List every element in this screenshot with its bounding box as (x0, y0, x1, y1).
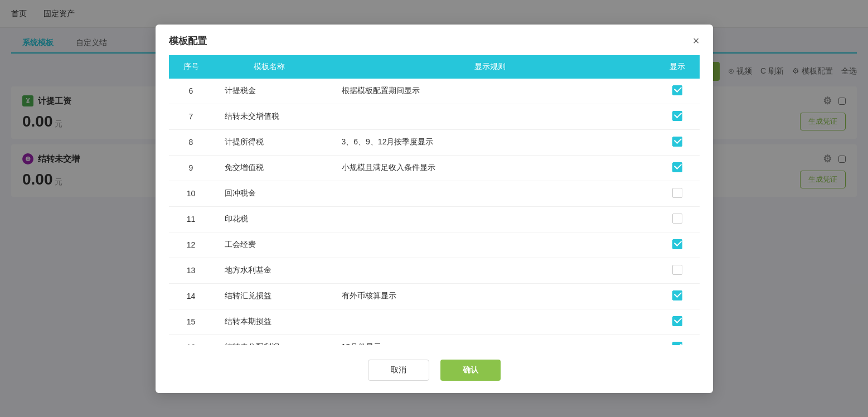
cell-rule: 小规模且满足收入条件显示 (325, 155, 655, 181)
template-table: 序号 模板名称 显示规则 显示 6计提税金根据模板配置期间显示7结转未交增值税8… (169, 55, 700, 345)
row-checkbox[interactable] (672, 188, 682, 198)
cell-checkbox[interactable] (655, 334, 700, 345)
cell-id: 12 (169, 232, 214, 258)
cell-rule (325, 232, 655, 258)
modal-overlay: 模板配置 × 序号 模板名称 显示规则 显示 6计提税金根据模板配置期间显 (0, 0, 868, 417)
cell-rule (325, 181, 655, 206)
cell-id: 13 (169, 258, 214, 283)
cell-name: 结转汇兑损益 (214, 283, 325, 309)
table-header-row: 序号 模板名称 显示规则 显示 (169, 55, 700, 79)
cell-id: 16 (169, 334, 214, 345)
row-checkbox[interactable] (672, 162, 682, 172)
cell-checkbox[interactable] (655, 155, 700, 181)
cell-checkbox[interactable] (655, 232, 700, 258)
cell-rule (325, 206, 655, 232)
cell-rule (325, 309, 655, 334)
cell-checkbox[interactable] (655, 206, 700, 232)
table-scroll-area[interactable]: 序号 模板名称 显示规则 显示 6计提税金根据模板配置期间显示7结转未交增值税8… (169, 55, 700, 345)
cell-name: 地方水利基金 (214, 258, 325, 283)
table-row: 12工会经费 (169, 232, 700, 258)
cell-rule: 有外币核算显示 (325, 283, 655, 309)
cell-name: 结转未分配利润 (214, 334, 325, 345)
col-header-name: 模板名称 (214, 55, 325, 79)
modal-footer: 取消 确认 (156, 351, 713, 393)
table-row: 11印花税 (169, 206, 700, 232)
cell-id: 11 (169, 206, 214, 232)
col-header-id: 序号 (169, 55, 214, 79)
cell-name: 计提税金 (214, 79, 325, 104)
cell-id: 14 (169, 283, 214, 309)
cell-id: 6 (169, 79, 214, 104)
template-config-modal: 模板配置 × 序号 模板名称 显示规则 显示 6计提税金根据模板配置期间显 (156, 25, 713, 393)
modal-header: 模板配置 × (156, 25, 713, 55)
cell-id: 15 (169, 309, 214, 334)
cell-id: 9 (169, 155, 214, 181)
cancel-button[interactable]: 取消 (368, 360, 429, 381)
cell-rule: 根据模板配置期间显示 (325, 79, 655, 104)
col-header-display: 显示 (655, 55, 700, 79)
cell-name: 工会经费 (214, 232, 325, 258)
row-checkbox[interactable] (672, 316, 682, 326)
cell-name: 免交增值税 (214, 155, 325, 181)
row-checkbox[interactable] (672, 290, 682, 300)
row-checkbox[interactable] (672, 137, 682, 147)
cell-name: 回冲税金 (214, 181, 325, 206)
cell-id: 8 (169, 129, 214, 155)
cell-rule (325, 258, 655, 283)
row-checkbox[interactable] (672, 85, 682, 95)
cell-checkbox[interactable] (655, 79, 700, 104)
cell-checkbox[interactable] (655, 104, 700, 129)
table-row: 13地方水利基金 (169, 258, 700, 283)
cell-checkbox[interactable] (655, 258, 700, 283)
table-row: 10回冲税金 (169, 181, 700, 206)
table-row: 6计提税金根据模板配置期间显示 (169, 79, 700, 104)
table-row: 15结转本期损益 (169, 309, 700, 334)
cell-rule: 12月份显示 (325, 334, 655, 345)
cell-checkbox[interactable] (655, 129, 700, 155)
row-checkbox[interactable] (672, 239, 682, 249)
modal-body: 序号 模板名称 显示规则 显示 6计提税金根据模板配置期间显示7结转未交增值税8… (156, 55, 713, 351)
modal-title: 模板配置 (169, 35, 207, 47)
cell-checkbox[interactable] (655, 181, 700, 206)
cell-checkbox[interactable] (655, 309, 700, 334)
confirm-button[interactable]: 确认 (440, 360, 501, 381)
row-checkbox[interactable] (672, 265, 682, 275)
cell-rule (325, 104, 655, 129)
table-row: 14结转汇兑损益有外币核算显示 (169, 283, 700, 309)
row-checkbox[interactable] (672, 214, 682, 224)
cell-id: 10 (169, 181, 214, 206)
cell-name: 印花税 (214, 206, 325, 232)
table-row: 16结转未分配利润12月份显示 (169, 334, 700, 345)
row-checkbox[interactable] (672, 342, 682, 345)
table-row: 8计提所得税3、6、9、12月按季度显示 (169, 129, 700, 155)
cell-checkbox[interactable] (655, 283, 700, 309)
cell-id: 7 (169, 104, 214, 129)
cell-name: 结转本期损益 (214, 309, 325, 334)
table-row: 9免交增值税小规模且满足收入条件显示 (169, 155, 700, 181)
row-checkbox[interactable] (672, 111, 682, 121)
cell-rule: 3、6、9、12月按季度显示 (325, 129, 655, 155)
col-header-rule: 显示规则 (325, 55, 655, 79)
table-row: 7结转未交增值税 (169, 104, 700, 129)
modal-close-button[interactable]: × (693, 35, 700, 46)
cell-name: 计提所得税 (214, 129, 325, 155)
cell-name: 结转未交增值税 (214, 104, 325, 129)
